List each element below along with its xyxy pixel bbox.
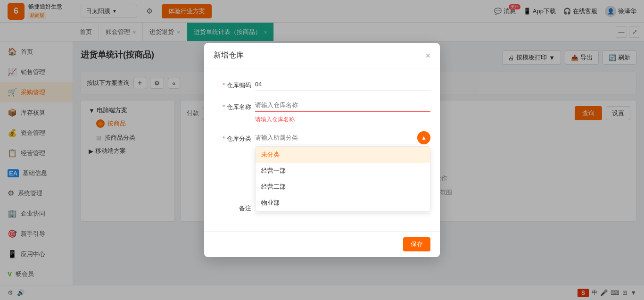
category-toggle-btn[interactable]: ▲ xyxy=(417,131,430,144)
notes-label: 备注 xyxy=(214,201,251,213)
modal-overlay: 新增仓库 × 仓库编码 仓库名称 请输入仓库名称 xyxy=(0,0,644,300)
dropdown-item-dept1[interactable]: 经营一部 xyxy=(256,163,430,179)
modal-close-btn[interactable]: × xyxy=(425,51,430,60)
dropdown-item-property[interactable]: 物业部 xyxy=(256,195,430,211)
save-btn[interactable]: 保存 xyxy=(403,237,430,251)
category-label: 仓库分类 xyxy=(214,131,251,143)
category-field-row: 仓库分类 ▲ 未分类 经营一部 经营二部 物业部 xyxy=(214,131,430,144)
add-warehouse-modal: 新增仓库 × 仓库编码 仓库名称 请输入仓库名称 xyxy=(204,43,440,257)
modal-footer: 保存 xyxy=(204,231,440,257)
modal-title: 新增仓库 xyxy=(214,50,244,60)
code-label: 仓库编码 xyxy=(214,78,251,90)
modal-header: 新增仓库 × xyxy=(204,43,440,68)
dropdown-item-dept2[interactable]: 经营二部 xyxy=(256,179,430,195)
category-input[interactable] xyxy=(255,131,430,144)
chevron-up-icon: ▲ xyxy=(421,134,427,141)
category-dropdown: 未分类 经营一部 经营二部 物业部 xyxy=(255,146,430,211)
name-label: 仓库名称 xyxy=(214,100,251,111)
name-input[interactable] xyxy=(255,99,430,112)
category-input-wrapper: ▲ 未分类 经营一部 经营二部 物业部 xyxy=(255,131,430,144)
name-field-row: 仓库名称 请输入仓库名称 xyxy=(214,99,430,124)
code-input[interactable] xyxy=(255,78,430,91)
name-error-msg: 请输入仓库名称 xyxy=(255,116,295,123)
code-field-row: 仓库编码 xyxy=(214,78,430,91)
dropdown-item-unclassified[interactable]: 未分类 xyxy=(256,147,430,163)
modal-body: 仓库编码 仓库名称 请输入仓库名称 仓库分类 xyxy=(204,68,440,231)
